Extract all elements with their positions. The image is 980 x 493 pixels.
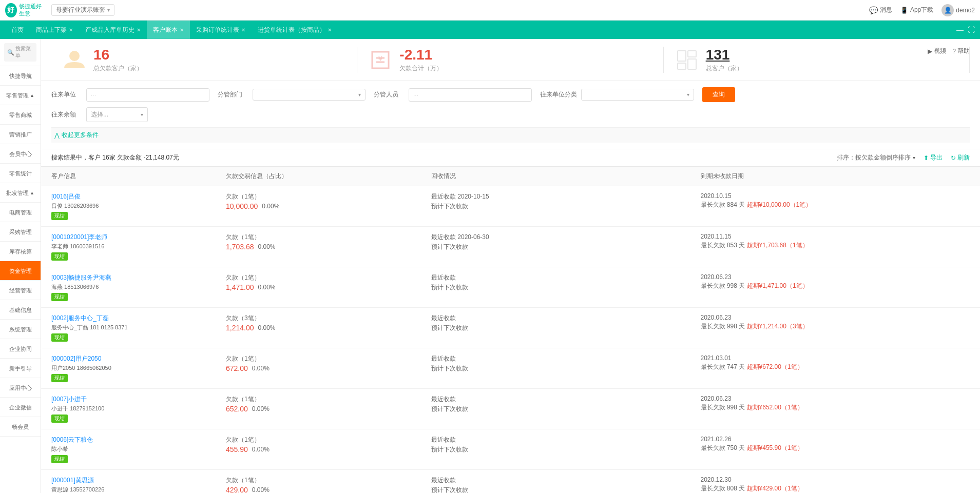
svg-rect-5 xyxy=(688,59,696,69)
debt-customers-label: 总欠款客户（家） xyxy=(93,64,143,73)
customer-cell: [0016]吕俊 吕俊 13026203696 现结 xyxy=(51,192,226,220)
customer-name-link[interactable]: [0016]吕俊 xyxy=(51,192,226,201)
customer-cell: [0006]云下粮仓 陈小希 现结 xyxy=(51,436,226,463)
due-cell: 2021.03.01 最长欠款 747 天 超期¥672.00（1笔） xyxy=(701,354,970,371)
dept-label: 分管部门 xyxy=(218,90,248,99)
customer-name-link[interactable]: [000002]用户2050 xyxy=(51,354,226,363)
table-row: [0006]云下粮仓 陈小希 现结 欠款（1笔） 455.90 0.00% 最近… xyxy=(41,429,980,470)
sidebar-item-system[interactable]: 系统管理 xyxy=(0,320,41,339)
close-icon[interactable]: ✕ xyxy=(328,27,332,33)
customer-phone: 海燕 18513066976 xyxy=(51,283,226,291)
customer-cell: [000001]黄思源 黄思源 13552700226 现结 xyxy=(51,476,226,493)
sidebar-item-enterprise-coop[interactable]: 企业协同 xyxy=(0,339,41,359)
sidebar-item-retail-mall[interactable]: 零售商城 xyxy=(0,105,41,125)
unit-category-select[interactable]: ▾ xyxy=(581,89,694,101)
close-icon[interactable]: ✕ xyxy=(69,27,73,33)
search-button[interactable]: 查询 xyxy=(702,87,735,102)
return-cell: 最近收款 预计下次收款 xyxy=(431,476,701,493)
overdue-amount-link[interactable]: 超期¥672.00（1笔） xyxy=(747,363,803,370)
sidebar-item-new-guide[interactable]: 新手引导 xyxy=(0,359,41,378)
debt-amount-icon: ¥ xyxy=(368,47,393,73)
results-info: 搜索结果中，客户 16家 欠款金额 -21,148.07元 xyxy=(51,153,179,162)
close-icon[interactable]: ✕ xyxy=(241,27,245,33)
overdue-amount-link[interactable]: 超期¥1,471.00（1笔） xyxy=(747,282,809,289)
tab-customer-account[interactable]: 客户账本 ✕ xyxy=(147,21,190,39)
debt-amount-label: 欠款合计（万） xyxy=(399,64,443,73)
remain-label: 往来余额 xyxy=(51,110,82,119)
sidebar-item-retail-stats[interactable]: 零售统计 xyxy=(0,164,41,183)
overdue-amount-link[interactable]: 超期¥652.00（1笔） xyxy=(747,404,803,411)
sidebar-item-member-center[interactable]: 会员中心 xyxy=(0,144,41,164)
sidebar-item-ecommerce[interactable]: 电商管理 xyxy=(0,203,41,222)
table-row: [0016]吕俊 吕俊 13026203696 现结 欠款（1笔） 10,000… xyxy=(41,186,980,227)
filter-area: 往来单位 ··· 分管部门 ▾ 分管人员 ··· xyxy=(41,81,980,149)
refresh-button[interactable]: ↻ 刷新 xyxy=(951,153,970,162)
debt-ratio-row: 1,703.68 0.00% xyxy=(226,242,431,251)
customer-name-link[interactable]: [000001]黄思源 xyxy=(51,476,226,485)
close-icon[interactable]: ✕ xyxy=(180,27,184,33)
customer-tag: 现结 xyxy=(51,415,68,423)
tab-home[interactable]: 首页 xyxy=(5,21,30,39)
search-menu-button[interactable]: 🔍 搜索菜单 xyxy=(4,43,36,62)
tab-incoming-stats[interactable]: 进货单统计表（按商品） ✕ xyxy=(252,21,338,39)
customer-name-link[interactable]: [0003]畅捷服务尹海燕 xyxy=(51,273,226,282)
user-menu[interactable]: 👤 demo2 xyxy=(941,4,975,16)
overdue-amount-link[interactable]: 超期¥10,000.00（1笔） xyxy=(747,201,812,208)
customer-cell: [0001020001]李老师 李老师 18600391516 现结 xyxy=(51,233,226,261)
customer-name-link[interactable]: [0007]小进千 xyxy=(51,395,226,404)
sidebar-item-basic-info[interactable]: 基础信息 xyxy=(0,300,41,320)
chevron-down-icon: ▾ xyxy=(358,92,361,97)
sidebar-item-marketing[interactable]: 营销推广 xyxy=(0,125,41,144)
debt-cell: 欠款（1笔） 1,471.00 0.00% xyxy=(226,273,431,291)
sidebar-item-business-mgmt[interactable]: 经营管理 xyxy=(0,281,41,300)
close-icon[interactable]: ✕ xyxy=(137,27,141,33)
customer-name-link[interactable]: [0001020001]李老师 xyxy=(51,233,226,242)
nav-tabs: 首页 商品上下架 ✕ 产成品入库单历史 ✕ 客户账本 ✕ 采购订单统计表 ✕ 进… xyxy=(0,21,980,39)
tab-product-history[interactable]: 产成品入库单历史 ✕ xyxy=(79,21,147,39)
help-button[interactable]: ? 帮助 xyxy=(952,47,970,55)
person-input[interactable]: ··· xyxy=(409,88,532,102)
sidebar: 🔍 搜索菜单 快捷导航 零售管理 ▲ 零售商城 营销推广 会员中心 零售统计 xyxy=(0,39,41,493)
customer-name-link[interactable]: [0006]云下粮仓 xyxy=(51,436,226,444)
sidebar-item-inventory[interactable]: 库存核算 xyxy=(0,242,41,261)
industry-select[interactable]: 母婴行业演示账套 ▾ xyxy=(51,4,114,16)
window-expand-icon[interactable]: ⛶ xyxy=(968,26,975,34)
unit-category-label: 往来单位分类 xyxy=(540,90,577,99)
sidebar-item-finance[interactable]: 资金管理 xyxy=(0,261,41,281)
from-unit-input[interactable]: ··· xyxy=(86,88,209,102)
message-button[interactable]: 💬 消息 xyxy=(869,6,892,14)
due-cell: 2021.02.26 最长欠款 750 天 超期¥455.90（1笔） xyxy=(701,436,970,452)
results-actions: 排序：按欠款金额倒序排序 ▾ ⬆ 导出 ↻ 刷新 xyxy=(837,153,970,162)
table-row: [0007]小进千 小进千 18279152100 现结 欠款（1笔） 652.… xyxy=(41,389,980,429)
sidebar-item-quick-nav[interactable]: 快捷导航 xyxy=(0,66,41,86)
window-minimize-icon[interactable]: — xyxy=(956,26,964,34)
overdue-amount-link[interactable]: 超期¥455.90（1笔） xyxy=(747,444,803,451)
tab-purchase-order[interactable]: 采购订单统计表 ✕ xyxy=(190,21,252,39)
sidebar-item-member[interactable]: 畅会员 xyxy=(0,417,41,437)
overdue-amount-link[interactable]: 超期¥1,703.68（1笔） xyxy=(747,242,809,249)
sidebar-item-retail-mgmt[interactable]: 零售管理 ▲ xyxy=(0,86,41,105)
video-button[interactable]: ▶ 视频 xyxy=(928,47,946,55)
collapse-button[interactable]: ⋀ 收起更多条件 xyxy=(54,131,967,140)
dept-select[interactable]: ▾ xyxy=(253,89,366,101)
overdue-amount-link[interactable]: 超期¥1,214.00（3笔） xyxy=(747,323,809,330)
app-download-button[interactable]: 📱 App下载 xyxy=(900,6,933,14)
customer-phone: 小进千 18279152100 xyxy=(51,405,226,412)
customer-name-link[interactable]: [0002]服务中心_丁磊 xyxy=(51,314,226,323)
sidebar-item-enterprise-wx[interactable]: 企业微信 xyxy=(0,398,41,417)
export-button[interactable]: ⬆ 导出 xyxy=(924,153,943,162)
remain-select[interactable]: 选择... ▾ xyxy=(86,107,148,122)
sidebar-item-wholesale-mgmt[interactable]: 批发管理 ▲ xyxy=(0,183,41,203)
sidebar-item-purchase-mgmt[interactable]: 采购管理 xyxy=(0,222,41,242)
sidebar-item-app-center[interactable]: 应用中心 xyxy=(0,378,41,398)
col-return: 回收情况 xyxy=(431,172,701,181)
sort-select[interactable]: 排序：按欠款金额倒序排序 ▾ xyxy=(837,153,915,162)
chevron-down-icon: ▾ xyxy=(141,112,143,117)
tab-product-status[interactable]: 商品上下架 ✕ xyxy=(30,21,79,39)
debt-cell: 欠款（1笔） 672.00 0.00% xyxy=(226,354,431,372)
return-cell: 最近收款 2020-06-30 预计下次收款 xyxy=(431,233,701,251)
overdue-amount-link[interactable]: 超期¥429.00（1笔） xyxy=(747,485,803,492)
return-cell: 最近收款 预计下次收款 xyxy=(431,395,701,413)
debt-amount-value: -2.11 xyxy=(399,47,443,63)
filter-row-1: 往来单位 ··· 分管部门 ▾ 分管人员 ··· xyxy=(51,87,970,102)
